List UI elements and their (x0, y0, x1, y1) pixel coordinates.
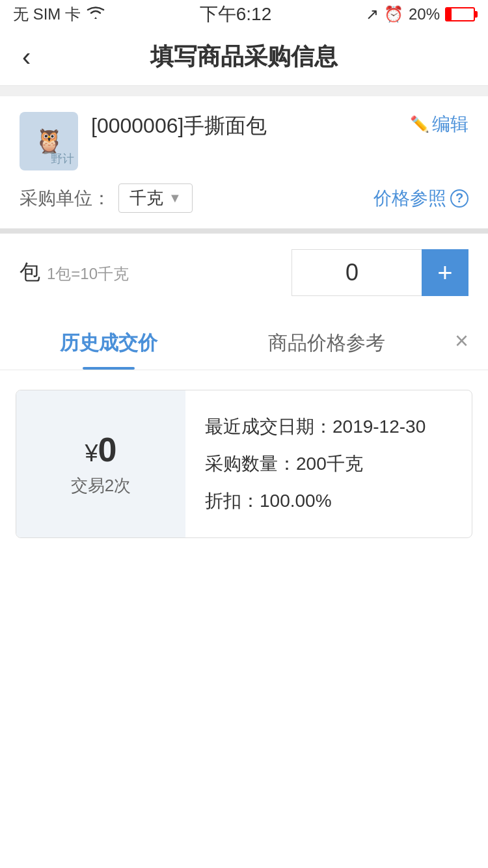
tabs-header: 历史成交价 商品价格参考 × (0, 312, 488, 370)
product-full-name: [0000006]手撕面包 (91, 112, 267, 141)
quantity-row: 包 1包=10千克 + (0, 234, 488, 312)
currency-symbol: ¥ (85, 440, 98, 467)
tab-reference-label: 商品价格参考 (268, 332, 385, 353)
tab-close-button[interactable]: × (435, 327, 488, 355)
purchase-qty-label: 采购数量： (205, 454, 296, 474)
recent-date-row: 最近成交日期：2019-12-30 (205, 414, 452, 439)
battery-icon (445, 7, 475, 21)
tabs-container: 历史成交价 商品价格参考 × ¥0 交易2次 最近成交日期：2019-12-30… (0, 312, 488, 558)
price-reference-button[interactable]: 价格参照 ? (373, 186, 468, 211)
product-name-container: [0000006]手撕面包 (91, 112, 267, 141)
edit-label: 编辑 (432, 112, 468, 137)
section-divider (0, 228, 488, 234)
history-card-right: 最近成交日期：2019-12-30 采购数量：200千克 折扣：100.00% (185, 390, 472, 537)
edit-button[interactable]: ✏️ 编辑 (410, 112, 468, 137)
product-header: 🦉 野计 [0000006]手撕面包 ✏️ 编辑 (20, 112, 468, 170)
purchase-unit-label: 采购单位： (20, 186, 111, 211)
unit-selector[interactable]: 千克 ▼ (118, 183, 193, 213)
tab-content-history: ¥0 交易2次 最近成交日期：2019-12-30 采购数量：200千克 折扣：… (0, 370, 488, 558)
tab-product-reference[interactable]: 商品价格参考 (217, 312, 435, 370)
product-info: 🦉 野计 [0000006]手撕面包 (20, 112, 410, 170)
top-divider (0, 86, 488, 96)
history-trades-count: 交易2次 (71, 474, 131, 497)
alarm-icon: ⏰ (384, 5, 403, 23)
purchase-qty-row: 采购数量：200千克 (205, 451, 452, 476)
location-icon: ↗ (366, 5, 379, 23)
page-background (0, 558, 488, 868)
product-card: 🦉 野计 [0000006]手撕面包 ✏️ 编辑 采购单位： 千克 ▼ 价格参照… (0, 96, 488, 228)
history-price-value: ¥0 (85, 430, 117, 469)
status-left: 无 SIM 卡 (13, 4, 105, 25)
wifi-icon (86, 5, 105, 23)
battery-percent: 20% (409, 5, 440, 23)
price-ref-help-icon: ? (450, 189, 468, 208)
status-right: ↗ ⏰ 20% (366, 5, 475, 23)
status-bar: 无 SIM 卡 下午6:12 ↗ ⏰ 20% (0, 0, 488, 29)
discount-row: 折扣：100.00% (205, 488, 452, 513)
back-button[interactable]: ‹ (16, 36, 37, 78)
unit-value: 千克 (129, 187, 163, 210)
discount-value: 100.00% (260, 491, 332, 511)
purchase-qty-value: 200千克 (296, 454, 363, 474)
discount-label: 折扣： (205, 491, 260, 511)
unit-left: 采购单位： 千克 ▼ (20, 183, 193, 213)
price-ref-label: 价格参照 (373, 186, 446, 211)
recent-date-value: 2019-12-30 (332, 416, 426, 437)
history-card-left: ¥0 交易2次 (16, 390, 185, 537)
tab-history-label: 历史成交价 (60, 332, 157, 353)
price-number: 0 (98, 431, 117, 468)
quantity-plus-button[interactable]: + (422, 249, 468, 296)
recent-date-label: 最近成交日期： (205, 416, 332, 437)
quantity-hint: 1包=10千克 (47, 264, 129, 284)
status-time: 下午6:12 (200, 2, 272, 27)
page-title: 填写商品采购信息 (150, 41, 338, 73)
tabs-nav: 历史成交价 商品价格参考 (0, 312, 435, 370)
quantity-input-group: + (291, 249, 468, 296)
quantity-unit: 包 (20, 258, 40, 287)
edit-icon: ✏️ (410, 115, 429, 133)
quantity-label: 包 1包=10千克 (20, 258, 129, 287)
sim-label: 无 SIM 卡 (13, 4, 81, 25)
product-thumbnail: 🦉 野计 (20, 112, 78, 170)
logo-text: 野计 (51, 151, 74, 167)
tab-history-price[interactable]: 历史成交价 (0, 312, 217, 370)
history-price-card: ¥0 交易2次 最近成交日期：2019-12-30 采购数量：200千克 折扣：… (16, 390, 472, 538)
quantity-input[interactable] (291, 249, 422, 296)
purchase-unit-row: 采购单位： 千克 ▼ 价格参照 ? (20, 183, 468, 213)
nav-bar: ‹ 填写商品采购信息 (0, 29, 488, 86)
dropdown-arrow-icon: ▼ (169, 191, 182, 206)
